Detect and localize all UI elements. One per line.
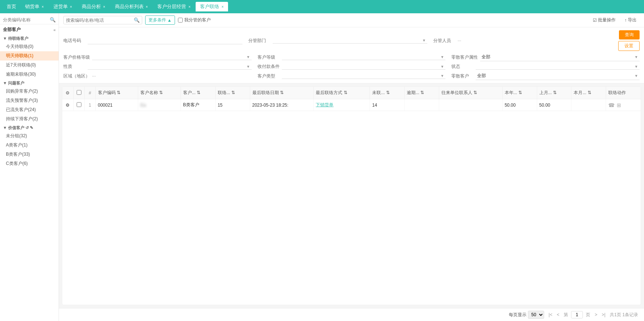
row-last-month: 50.00 xyxy=(537,99,571,111)
sidebar-item-churn-warning[interactable]: 流失预警客户(3) xyxy=(0,96,59,105)
col-contacts-header[interactable]: 联络... ⇅ xyxy=(215,87,250,99)
row-actions: ☎ ⊞ xyxy=(606,99,641,111)
filter-dept: 分管部门 ▼ xyxy=(248,38,427,44)
my-customers-checkbox-label[interactable]: 我分管的客户 xyxy=(178,17,211,23)
more-conditions-button[interactable]: 更多条件 ▲ xyxy=(145,15,175,25)
row-last-contact-method[interactable]: 下销货单 xyxy=(314,99,370,111)
sidebar-item-churned[interactable]: 已流失客户(24) xyxy=(0,105,59,114)
menu-icon[interactable]: ⊞ xyxy=(617,102,621,108)
search-input[interactable] xyxy=(66,18,132,23)
collapse-icon[interactable]: « xyxy=(53,28,56,32)
sidebar-group-pending: ▼ 待联络客户 xyxy=(0,34,59,42)
reset-button[interactable]: 设置 xyxy=(618,41,640,51)
filter-region: 区域（地区） ··· xyxy=(63,73,252,79)
sidebar-search-bar: 🔍 xyxy=(0,15,59,24)
chevron-down-icon: ▼ xyxy=(440,65,444,69)
query-button[interactable]: 查询 xyxy=(619,30,640,39)
filter-gender: 性质 ▼ xyxy=(63,63,252,70)
col-customer-type-header[interactable]: 客户... ⇅ xyxy=(181,87,215,99)
main-layout: 🔍 全部客户 « ▼ 待联络客户 今天待联络(0) 明天待联络(1) 近7天待联… xyxy=(0,13,644,321)
row-select-checkbox[interactable] xyxy=(77,102,81,107)
dept-select[interactable]: ▼ xyxy=(273,38,427,44)
row-this-year: 50.00 xyxy=(502,99,537,111)
filter-customer-type: 客户类型 ▼ xyxy=(258,73,446,79)
nav-item-customer-layer[interactable]: 客户分层经营 × xyxy=(153,2,195,11)
filter-actions: 查询 设置 xyxy=(618,30,640,51)
sidebar-item-repurchase-abnormal[interactable]: 回购异常客户(2) xyxy=(0,87,59,96)
next-page-button[interactable]: > xyxy=(593,311,599,318)
sidebar-item-7days[interactable]: 近7天待联络(0) xyxy=(0,61,59,70)
filter-manager: 分管人员 ··· xyxy=(433,38,612,44)
nav-home[interactable]: 首页 xyxy=(3,2,20,11)
filter-price-level: 客户价格等级 ▼ xyxy=(63,54,252,61)
batch-operation-button[interactable]: ☑ 批量操作 xyxy=(590,16,619,24)
sidebar-item-declining[interactable]: 持续下滑客户(2) xyxy=(0,114,59,124)
col-checkbox-header[interactable] xyxy=(73,87,84,99)
row-gear[interactable]: ⚙ xyxy=(62,99,73,111)
col-last-month-header[interactable]: 上月... ⇅ xyxy=(537,87,571,99)
adv-filter-row-2: 客户价格等级 ▼ 客户等级 ▼ 零散客户属性 全部 ▼ xyxy=(63,53,640,61)
nav-item-sales[interactable]: 销货单 × xyxy=(21,2,48,11)
col-this-year-header[interactable]: 本年... ⇅ xyxy=(502,87,537,99)
phone-input[interactable] xyxy=(88,37,242,44)
sidebar-item-ungrouped[interactable]: 未分组(32) xyxy=(0,131,59,141)
prev-page-button[interactable]: < xyxy=(555,311,561,318)
export-icon: ↑ xyxy=(624,18,627,23)
close-icon[interactable]: × xyxy=(70,5,72,9)
col-last-contact-date-header[interactable]: 最后联络日期 ⇅ xyxy=(250,87,314,99)
sidebar-item-tomorrow[interactable]: 明天待联络(1) xyxy=(0,51,59,61)
close-icon[interactable]: × xyxy=(42,5,44,9)
col-customer-name-header[interactable]: 客户名称 ⇅ xyxy=(138,87,181,99)
status-select[interactable]: ▼ xyxy=(476,64,640,70)
page-number-input[interactable] xyxy=(571,311,583,318)
manager-dots-button[interactable]: ··· xyxy=(458,38,461,43)
first-page-button[interactable]: |< xyxy=(547,311,554,318)
col-customer-code-header[interactable]: 客户编码 ⇅ xyxy=(95,87,138,99)
col-this-month-header[interactable]: 本月... ⇅ xyxy=(571,87,606,99)
chevron-down-icon: ▼ xyxy=(634,55,638,59)
col-last-contact-method-header[interactable]: 最后联络方式 ⇅ xyxy=(314,87,370,99)
sidebar-item-a-class[interactable]: A类客户(1) xyxy=(0,141,59,150)
nav-item-purchase[interactable]: 进货单 × xyxy=(49,2,77,11)
zero-customer-select[interactable]: 全部 ▼ xyxy=(476,72,640,80)
sidebar-item-today[interactable]: 今天待联络(0) xyxy=(0,42,59,51)
col-no-header: # xyxy=(84,87,95,99)
sidebar-item-overdue[interactable]: 逾期未联络(30) xyxy=(0,70,59,79)
last-page-button[interactable]: >| xyxy=(600,311,607,318)
col-not-contacted-header[interactable]: 未联... ⇅ xyxy=(370,87,405,99)
gender-select[interactable]: ▼ xyxy=(88,64,252,70)
close-icon[interactable]: × xyxy=(146,5,148,9)
zero-sale-attr-select[interactable]: 全部 ▼ xyxy=(480,53,640,61)
search-icon[interactable]: 🔍 xyxy=(134,17,140,23)
payment-select[interactable]: ▼ xyxy=(282,64,446,70)
close-icon[interactable]: × xyxy=(221,5,224,9)
sidebar-item-b-class[interactable]: B类客户(33) xyxy=(0,150,59,159)
filter-right-actions: ☑ 批量操作 ↑ 导出 xyxy=(590,16,640,24)
col-unit-contact-header[interactable]: 往来单位联系人 ⇅ xyxy=(439,87,503,99)
col-gear[interactable]: ⚙ xyxy=(62,87,73,99)
filter-bar: 🔍 更多条件 ▲ 我分管的客户 ☑ 批量操作 ↑ 导出 xyxy=(59,13,644,27)
customer-type-select[interactable]: ▼ xyxy=(282,73,446,79)
search-icon[interactable]: 🔍 xyxy=(50,17,56,23)
sidebar-item-c-class[interactable]: C类客户(6) xyxy=(0,159,59,168)
chevron-down-icon: ▼ xyxy=(246,65,250,69)
my-customers-checkbox[interactable] xyxy=(178,18,183,23)
price-level-select[interactable]: ▼ xyxy=(92,54,252,60)
export-button[interactable]: ↑ 导出 xyxy=(622,16,640,24)
nav-item-analysis-list[interactable]: 商品分析列表 × xyxy=(111,2,153,11)
nav-item-customer-contact[interactable]: 客户联络 × xyxy=(196,2,228,11)
sidebar-search-input[interactable] xyxy=(3,17,48,23)
page-size-select[interactable]: 50 xyxy=(528,311,544,319)
select-all-checkbox[interactable] xyxy=(77,90,81,95)
chevron-down-icon: ▼ xyxy=(440,74,444,78)
close-icon[interactable]: × xyxy=(103,5,105,9)
customer-level-select[interactable]: ▼ xyxy=(282,54,446,60)
close-icon[interactable]: × xyxy=(188,5,190,9)
col-overdue-header[interactable]: 逾期... ⇅ xyxy=(405,87,439,99)
call-icon[interactable]: ☎ xyxy=(608,102,615,108)
row-checkbox[interactable] xyxy=(73,99,84,111)
batch-icon: ☑ xyxy=(593,18,597,23)
nav-item-analysis[interactable]: 商品分析 × xyxy=(77,2,110,11)
region-dots-button[interactable]: ··· xyxy=(92,73,96,79)
sidebar-group-problem: ▼ 问题客户 xyxy=(0,79,59,87)
